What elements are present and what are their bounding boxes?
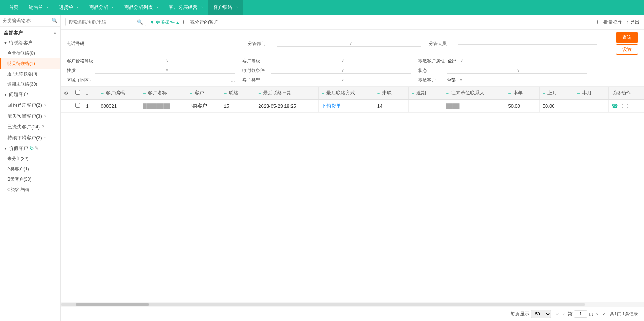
- batch-op-btn[interactable]: 批量操作: [597, 19, 623, 25]
- sidebar-item-churn-warning[interactable]: 流失预警客户(3) ?: [0, 111, 60, 122]
- close-customer-contact-tab[interactable]: ×: [236, 5, 238, 10]
- filter-input-phone[interactable]: [95, 40, 241, 47]
- sidebar-item-tomorrow-contact[interactable]: 明天待联络(1): [0, 58, 60, 69]
- collapse-icon[interactable]: «: [54, 30, 57, 36]
- sidebar-item-ungrouped[interactable]: 未分组(32): [0, 153, 60, 164]
- col-customer-code[interactable]: ≡ 客户编码: [98, 87, 140, 100]
- per-page-dropdown[interactable]: 50 100 200: [531, 310, 551, 318]
- sidebar-item-class-a[interactable]: A类客户(1): [0, 164, 60, 174]
- nav-sales[interactable]: 销售单 ×: [24, 0, 54, 15]
- filter-label-price-level: 客户价格等级: [67, 58, 93, 64]
- close-purchase-tab[interactable]: ×: [77, 5, 79, 10]
- filter-select-nature[interactable]: ∨: [95, 67, 235, 74]
- filter-select-dept[interactable]: ∨: [277, 40, 422, 47]
- col-last-month[interactable]: ≡ 上月...: [539, 87, 574, 100]
- col-unit-contact[interactable]: ≡ 往来单位联系人: [443, 87, 505, 100]
- my-customers-input[interactable]: [183, 20, 188, 24]
- problem-triangle: ▼: [4, 93, 7, 97]
- scrollbar-track: [61, 303, 585, 306]
- close-product-analysis-list-tab[interactable]: ×: [156, 5, 158, 10]
- more-conditions-btn[interactable]: ▼ 更多条件 ▲: [150, 19, 180, 25]
- horizontal-scrollbar[interactable]: [61, 302, 644, 307]
- sidebar-item-today-contact[interactable]: 今天待联络(0): [0, 48, 60, 58]
- export-btn[interactable]: ↑ 导出: [626, 19, 640, 25]
- sort-icon-lcm: ≡: [322, 90, 325, 96]
- filter-label-customer-type: 客户类型: [242, 77, 268, 83]
- select-all-checkbox[interactable]: [75, 90, 80, 95]
- value-group[interactable]: ▼ 价值客户 ↻ ✎: [0, 143, 60, 153]
- sidebar-item-churned[interactable]: 已流失客户(24) ?: [0, 121, 60, 132]
- edit-icon[interactable]: ✎: [35, 145, 39, 151]
- help-icon-churned: ?: [42, 125, 44, 129]
- row-last-contact-method[interactable]: 下销货单: [318, 100, 374, 113]
- problem-group[interactable]: ▼ 问题客户: [0, 89, 60, 100]
- sidebar-item-declining[interactable]: 持续下滑客户(2) ?: [0, 132, 60, 144]
- col-last-contact-date[interactable]: ≡ 最后联络日期: [255, 87, 319, 100]
- last-page-btn[interactable]: »: [601, 310, 607, 318]
- nav-product-analysis-list[interactable]: 商品分析列表 ×: [119, 0, 164, 15]
- chev-nature: ∨: [165, 68, 234, 73]
- close-customer-segment-tab[interactable]: ×: [201, 5, 203, 10]
- nav-product-analysis[interactable]: 商品分析 ×: [84, 0, 119, 15]
- my-customers-checkbox[interactable]: 我分管的客户: [183, 19, 218, 25]
- chev-payment: ∨: [341, 68, 410, 73]
- col-last-contact-method[interactable]: ≡ 最后联络方式: [318, 87, 374, 100]
- batch-op-checkbox[interactable]: [597, 20, 602, 24]
- filter-select-status[interactable]: ∨: [447, 67, 587, 74]
- sidebar-item-7days-contact[interactable]: 近7天待联络(0): [0, 69, 60, 79]
- reset-button[interactable]: 设置: [616, 44, 638, 55]
- sort-icon-unc: ≡: [377, 90, 380, 96]
- sidebar-search-input[interactable]: [3, 18, 52, 23]
- col-overdue[interactable]: ≡ 逾期...: [409, 87, 443, 100]
- search-input[interactable]: [69, 20, 137, 25]
- pending-group[interactable]: ▼ 待联络客户: [0, 38, 60, 48]
- filter-cell-payment: 收付款条件 ∨: [242, 67, 411, 74]
- sidebar-search-wrap: 🔍: [0, 15, 60, 27]
- filter-row-1: 电话号码 分管部门 ∨ 分管人员 ... 查询: [67, 32, 638, 55]
- nav-customer-contact[interactable]: 客户联络 ×: [208, 0, 243, 15]
- filter-dots-region[interactable]: ...: [231, 77, 235, 83]
- filter-select-customer-level[interactable]: ∨: [271, 58, 411, 64]
- sidebar-item-repurchase-abnormal[interactable]: 回购异常客户(2) ?: [0, 100, 60, 111]
- col-type[interactable]: ≡ 客户...: [186, 87, 221, 100]
- problem-group-label: 问题客户: [9, 91, 28, 98]
- sidebar-item-class-b[interactable]: B类客户(33): [0, 174, 60, 184]
- query-button[interactable]: 查询: [616, 32, 638, 43]
- scrollbar-thumb[interactable]: [76, 303, 149, 306]
- col-uncontacted[interactable]: ≡ 未联...: [374, 87, 408, 100]
- page-input[interactable]: [574, 310, 587, 318]
- sidebar-item-class-c[interactable]: C类客户(6): [0, 184, 60, 195]
- close-product-analysis-tab[interactable]: ×: [112, 5, 114, 10]
- filter-select-retail-customer[interactable]: ∨: [458, 77, 487, 83]
- prev-page-btn[interactable]: ‹: [561, 310, 566, 318]
- filter-region-area: [96, 79, 229, 81]
- total-label: 共1页 1条记录: [610, 311, 638, 317]
- refresh-icon[interactable]: ↻: [29, 145, 34, 151]
- filter-select-price-level[interactable]: ∨: [96, 58, 235, 64]
- nav-purchase[interactable]: 进货单 ×: [54, 0, 84, 15]
- nav-customer-segment[interactable]: 客户分层经营 ×: [164, 0, 208, 15]
- filter-select-payment[interactable]: ∨: [271, 67, 411, 74]
- next-page-btn[interactable]: ›: [595, 310, 600, 318]
- close-sales-tab[interactable]: ×: [46, 5, 49, 10]
- nav-home[interactable]: 首页: [4, 0, 24, 15]
- sidebar-item-overdue-contact[interactable]: 逾期未联络(30): [0, 79, 60, 89]
- chevron-up-icon: ▲: [176, 20, 180, 24]
- row-action-more-icon[interactable]: ⋮⋮: [620, 103, 630, 109]
- col-customer-name[interactable]: ≡ 客户名称: [140, 87, 186, 100]
- customer-table: ⚙ # ≡ 客户编码 ≡ 客户名称: [61, 87, 644, 113]
- filter-select-retail-attr[interactable]: ∨: [459, 58, 488, 64]
- filter-select-customer-type[interactable]: ∨: [271, 77, 411, 83]
- col-gear[interactable]: ⚙: [61, 87, 72, 100]
- first-page-btn[interactable]: «: [554, 310, 560, 318]
- filter-dots-manager[interactable]: ...: [598, 41, 603, 46]
- col-this-year[interactable]: ≡ 本年...: [505, 87, 539, 100]
- my-customers-label: 我分管的客户: [190, 19, 218, 25]
- sidebar-search-icon[interactable]: 🔍: [52, 18, 57, 23]
- row-action-phone-icon[interactable]: ☎: [612, 103, 618, 109]
- col-this-month[interactable]: ≡ 本月...: [574, 87, 608, 100]
- search-magnifier-icon[interactable]: 🔍: [137, 19, 143, 25]
- col-contact[interactable]: ≡ 联络...: [221, 87, 255, 100]
- row-select-checkbox[interactable]: [75, 103, 80, 108]
- filter-label-region: 区域（地区）: [67, 77, 93, 83]
